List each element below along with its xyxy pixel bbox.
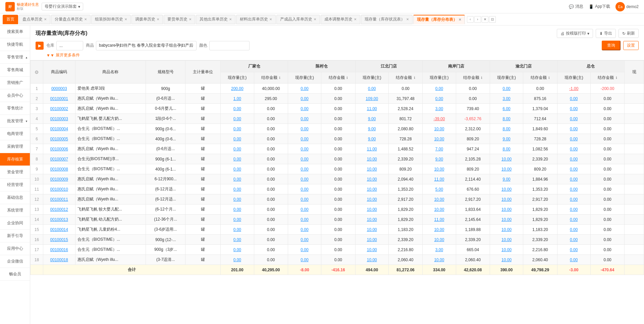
tab-expand-btn[interactable]: ⊡: [489, 16, 496, 23]
cell-nanan-qty[interactable]: 0.00: [423, 84, 456, 94]
tab-inventory-status[interactable]: 现存量（库存状况表） ✕: [361, 15, 413, 24]
export-btn[interactable]: ⬇ 导出: [596, 29, 616, 38]
sidebar-item-enterprise-collab[interactable]: 企业协同: [0, 217, 30, 230]
cell-factory-qty[interactable]: 0.00: [221, 255, 254, 265]
cell-chen-qty[interactable]: 0.00: [288, 134, 321, 144]
cell-yubei-qty[interactable]: 6.00: [490, 104, 523, 114]
cell-nanan-qty[interactable]: 5.00: [423, 184, 456, 194]
cell-chen-qty[interactable]: 0.00: [288, 194, 321, 204]
cell-jiangbei-qty[interactable]: 10.00: [355, 245, 388, 255]
cell-nanan-qty[interactable]: 10.00: [423, 255, 456, 265]
cell-chen-qty[interactable]: 0.00: [288, 164, 321, 174]
cell-chen-qty[interactable]: 0.00: [288, 215, 321, 225]
factory-info-icon[interactable]: ℹ: [279, 76, 280, 80]
cell-total-qty[interactable]: 0.00: [557, 164, 590, 174]
cell-total-qty[interactable]: 0.00: [557, 154, 590, 164]
cell-yubei-qty[interactable]: 3.00: [490, 94, 523, 104]
cell-jiangbei-qty[interactable]: 10.00: [355, 194, 388, 204]
cell-yubei-qty[interactable]: 10.00: [490, 245, 523, 255]
cell-jiangbei-qty[interactable]: 10.00: [355, 184, 388, 194]
tab-split-count[interactable]: 分量盘点单历史 ✕: [51, 15, 91, 24]
cell-jiangbei-qty[interactable]: 9.00: [355, 114, 388, 124]
cell-total-qty[interactable]: 0.00: [557, 184, 590, 194]
cell-code[interactable]: 00100005: [43, 134, 75, 144]
cell-jiangbei-qty[interactable]: 10.00: [355, 204, 388, 215]
cell-code[interactable]: 00100001: [43, 94, 75, 104]
sidebar-item-search[interactable]: 搜索英单: [0, 26, 30, 38]
tab-requisition[interactable]: 要货单历史 ✕: [164, 15, 195, 24]
cell-factory-qty[interactable]: 0.00: [221, 245, 254, 255]
cell-nanan-qty[interactable]: 7.00: [423, 144, 456, 154]
cell-jiangbei-qty[interactable]: 11.00: [355, 104, 388, 114]
cell-jiangbei-qty[interactable]: 9.00: [355, 134, 388, 144]
cell-factory-qty[interactable]: 0.00: [221, 104, 254, 114]
cell-total-qty[interactable]: 0.00: [557, 134, 590, 144]
cell-code[interactable]: 00100008: [43, 164, 75, 174]
jiangbei-info-icon[interactable]: ℹ: [414, 76, 415, 80]
tab-close-split[interactable]: ✕: [84, 17, 87, 21]
cell-nanan-qty[interactable]: 11.00: [423, 174, 456, 184]
sidebar-item-member[interactable]: 会员中心: [0, 89, 30, 102]
tab-close-assembly[interactable]: ✕: [124, 17, 127, 21]
query-btn[interactable]: 查询: [602, 41, 621, 50]
tab-transfer[interactable]: 调拨单历史 ✕: [131, 15, 163, 24]
cell-chen-qty[interactable]: 0.00: [288, 184, 321, 194]
cell-yubei-qty[interactable]: 10.00: [490, 235, 523, 245]
color-input[interactable]: [209, 41, 250, 50]
gear-icon[interactable]: ⚙: [35, 70, 39, 75]
cell-jiangbei-qty[interactable]: 10.00: [355, 235, 388, 245]
cell-nanan-qty[interactable]: 10.00: [423, 204, 456, 215]
cell-jiangbei-qty[interactable]: 10.00: [355, 164, 388, 174]
cell-factory-qty[interactable]: 0.00: [221, 124, 254, 134]
cell-nanan-qty[interactable]: 10.00: [423, 164, 456, 174]
cell-chen-qty[interactable]: 0.00: [288, 114, 321, 124]
sidebar-item-inventory[interactable]: 库存核算: [0, 153, 30, 166]
cell-yubei-qty[interactable]: 10.00: [490, 164, 523, 174]
cell-yubei-qty[interactable]: 10.00: [490, 204, 523, 215]
sidebar-item-operations[interactable]: 经营管理: [0, 179, 30, 191]
cell-total-qty[interactable]: -1.00: [557, 84, 590, 94]
sidebar-item-basic-info[interactable]: 基础信息: [0, 191, 30, 204]
cell-chen-qty[interactable]: 0.00: [288, 94, 321, 104]
cell-factory-qty[interactable]: 0.00: [221, 225, 254, 235]
total-info-icon[interactable]: ℹ: [616, 76, 617, 80]
cell-factory-qty[interactable]: 0.00: [221, 144, 254, 154]
cell-chen-qty[interactable]: 0.00: [288, 204, 321, 215]
cell-total-qty[interactable]: 0.00: [557, 124, 590, 134]
cell-factory-qty[interactable]: 0.00: [221, 134, 254, 144]
cell-jiangbei-qty[interactable]: 10.00: [355, 215, 388, 225]
cell-chen-qty[interactable]: 0.00: [288, 84, 321, 94]
tab-product-in[interactable]: 产成品入库单历史 ✕: [276, 15, 320, 24]
cell-total-qty[interactable]: 0.00: [557, 94, 590, 104]
cell-nanan-qty[interactable]: 0.00: [423, 94, 456, 104]
cell-code[interactable]: 00100004: [43, 124, 75, 134]
cell-code[interactable]: 00100016: [43, 245, 75, 255]
cell-chen-qty[interactable]: 0.00: [288, 225, 321, 235]
cell-yubei-qty[interactable]: 0.00: [490, 84, 523, 94]
tab-home[interactable]: 首页: [3, 15, 18, 24]
warehouse-input[interactable]: [56, 41, 83, 50]
cell-chen-qty[interactable]: 0.00: [288, 144, 321, 154]
refresh-btn[interactable]: ↻ 刷新: [619, 29, 639, 38]
tab-close-transfer[interactable]: ✕: [157, 17, 159, 21]
cell-code[interactable]: 00100011: [43, 194, 75, 204]
tab-inventory-dist[interactable]: 现存量（库存分布表） ✕: [413, 15, 465, 24]
print-btn[interactable]: 🖨 按模版打印 ▾: [557, 29, 593, 38]
tab-close-inventory-status[interactable]: ✕: [406, 17, 409, 21]
cell-code[interactable]: 00100006: [43, 144, 75, 154]
sidebar-item-wholesale[interactable]: 批发管理: [0, 115, 30, 128]
cell-total-qty[interactable]: 0.00: [557, 174, 590, 184]
cell-chen-qty[interactable]: 0.00: [288, 174, 321, 184]
cell-chen-qty[interactable]: 0.00: [288, 255, 321, 265]
cell-nanan-qty[interactable]: -39.00: [423, 114, 456, 124]
cell-jiangbei-qty[interactable]: 10.00: [355, 174, 388, 184]
cell-jiangbei-qty[interactable]: 10.00: [355, 255, 388, 265]
cell-nanan-qty[interactable]: 10.00: [423, 225, 456, 235]
sidebar-item-retail-shop[interactable]: 零售商城: [0, 64, 30, 77]
cell-jiangbei-qty[interactable]: 9.00: [355, 124, 388, 134]
sidebar-item-quick-nav[interactable]: 快捷导航: [0, 38, 30, 51]
setting-btn[interactable]: 设置: [623, 41, 639, 50]
cell-code[interactable]: 00100010: [43, 184, 75, 194]
cell-code[interactable]: 00100003: [43, 114, 75, 124]
cell-total-qty[interactable]: 0.00: [557, 215, 590, 225]
